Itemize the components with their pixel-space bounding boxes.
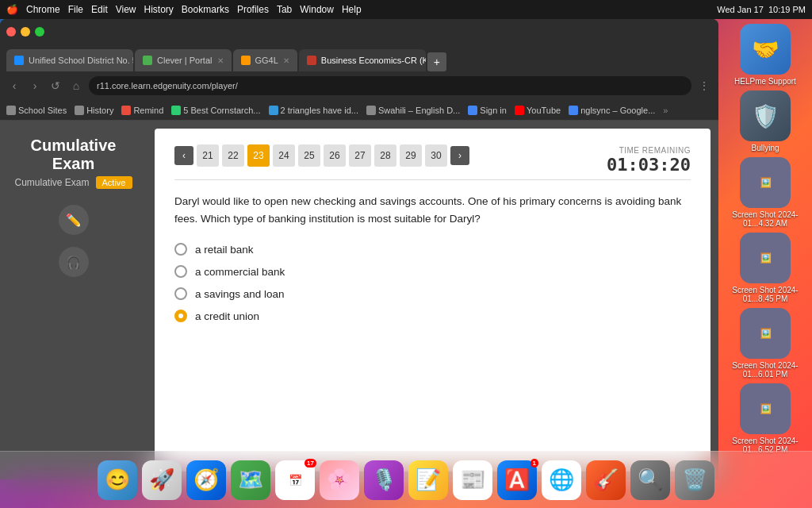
answer-option-a[interactable]: a retail bank [174,243,691,256]
bookmark-history[interactable]: History [75,106,113,115]
desktop-icon-helpme[interactable]: 🤝 HELPme Support [726,24,805,86]
radio-a[interactable] [174,243,187,256]
dock-trash[interactable]: 🗑️ [675,460,714,500]
bookmark-nglsync[interactable]: nglsync – Google... [569,106,655,115]
q-num-27[interactable]: 27 [349,144,371,167]
time-label: TIME REMAINING [607,146,691,155]
dock-maps[interactable]: 🗺️ [231,460,270,500]
prev-question-button[interactable]: ‹ [174,146,193,165]
answer-label-a: a retail bank [195,244,254,256]
bookmark-swahili[interactable]: Swahili – English D... [366,106,460,115]
menu-chrome[interactable]: Chrome [26,4,60,15]
q-num-21[interactable]: 21 [197,144,219,167]
menu-history[interactable]: History [144,4,174,15]
apple-menu[interactable]: 🍎 [6,4,18,15]
q-num-29[interactable]: 29 [400,144,422,167]
next-question-button[interactable]: › [450,146,469,165]
exam-subtitle: Cumulative Exam [15,177,90,188]
q-num-24[interactable]: 24 [273,144,295,167]
desktop-icon-bullying[interactable]: 🛡️ Bullying [726,90,805,152]
tab-gg4l[interactable]: GG4L ✕ [233,49,297,71]
dock-calendar[interactable]: 📅 17 [275,460,315,500]
q-num-26[interactable]: 26 [324,144,346,167]
q-num-22[interactable]: 22 [222,144,244,167]
menu-tab[interactable]: Tab [277,4,292,15]
bookmark-triangles[interactable]: 2 triangles have id... [269,106,358,115]
tab-clever[interactable]: Clever | Portal ✕ [135,49,232,71]
menu-bookmarks[interactable]: Bookmarks [182,4,229,15]
dock-launchpad[interactable]: 🚀 [142,460,182,500]
menu-edit[interactable]: Edit [91,4,108,15]
desktop-icon-screenshot3[interactable]: 🖼️ Screen Shot 2024-01...6.01 PM [726,308,805,379]
q-num-23[interactable]: 23 [247,144,270,167]
time-value: 01:03:20 [607,155,691,175]
answer-label-d: a credit union [195,310,259,322]
dock-appstore[interactable]: 🅰️ 1 [497,460,537,500]
menu-window[interactable]: Window [300,4,334,15]
dock-safari[interactable]: 🧭 [186,460,226,500]
browser-window: Unified School District No. 5... ✕ Cleve… [0,19,718,479]
bookmark-remind[interactable]: Remind [121,106,163,115]
radio-b[interactable] [174,265,187,278]
desktop-icon-helpme-label: HELPme Support [734,77,796,86]
bookmark-youtube[interactable]: YouTube [515,106,561,115]
desktop-icon-screenshot2-label: Screen Shot 2024-01...8.45 PM [726,286,805,303]
desktop-icon-screenshot2[interactable]: 🖼️ Screen Shot 2024-01...8.45 PM [726,233,805,303]
maximize-button[interactable] [35,27,44,37]
tab-school-district[interactable]: Unified School District No. 5... ✕ [6,49,133,71]
left-sidebar: Cumulative Exam Cumulative Exam Active ✏… [0,121,147,479]
new-tab-button[interactable]: + [427,52,446,71]
dock-garageband[interactable]: 🎸 [586,460,626,500]
forward-button[interactable]: › [27,78,43,94]
dock-preview[interactable]: 🔍 [630,460,670,500]
q-num-30[interactable]: 30 [425,144,447,167]
menu-help[interactable]: Help [342,4,362,15]
close-button[interactable] [6,27,16,37]
url-input[interactable]: r11.core.learn.edgenuity.com/player/ [89,76,691,95]
answer-option-d[interactable]: a credit union [174,310,691,322]
q-num-25[interactable]: 25 [298,144,320,167]
radio-d[interactable] [174,310,187,322]
menu-bar: 🍎 Chrome File Edit View History Bookmark… [0,0,812,19]
bookmark-school-sites[interactable]: School Sites [6,106,67,115]
dock-chrome[interactable]: 🌐 [542,460,581,500]
radio-c[interactable] [174,287,187,300]
dock-notes[interactable]: 📝 [408,460,448,500]
active-badge: Active [96,176,132,189]
answer-label-c: a savings and loan [195,288,285,300]
close-tab-3[interactable]: ✕ [283,56,289,65]
pencil-icon-button[interactable]: ✏️ [59,205,89,235]
bookmark-cornstarch[interactable]: 5 Best Cornstarch... [171,106,260,115]
url-text: r11.core.learn.edgenuity.com/player/ [97,81,238,90]
exam-title: Cumulative Exam [8,137,139,173]
answer-option-c[interactable]: a savings and loan [174,287,691,300]
q-num-28[interactable]: 28 [374,144,396,167]
question-panel: ‹ 21 22 23 24 25 26 27 28 29 30 › TIME R… [155,129,710,471]
dock-podcasts[interactable]: 🎙️ [364,460,404,500]
bookmark-signin[interactable]: Sign in [468,106,507,115]
minimize-button[interactable] [21,27,30,37]
reload-button[interactable]: ↺ [48,78,63,94]
home-button[interactable]: ⌂ [68,78,84,94]
extensions-button[interactable]: ⋮ [696,78,712,94]
desktop-icon-screenshot4[interactable]: 🖼️ Screen Shot 2024-01...6.52 PM [726,383,805,454]
more-bookmarks[interactable]: » [663,106,668,115]
dock-news[interactable]: 📰 [453,460,492,500]
menu-bar-right: Wed Jan 17 10:19 PM [717,0,806,19]
menu-bar-left: 🍎 Chrome File Edit View History Bookmark… [6,4,362,15]
back-button[interactable]: ‹ [6,78,22,94]
dock-photos[interactable]: 🌸 [320,460,359,500]
headphones-icon-button[interactable]: 🎧 [59,247,89,277]
menu-profiles[interactable]: Profiles [237,4,269,15]
answer-option-b[interactable]: a commercial bank [174,265,691,278]
dock-finder[interactable]: 😊 [98,460,137,500]
menu-datetime: Wed Jan 17 10:19 PM [717,5,806,14]
menu-file[interactable]: File [68,4,83,15]
menu-view[interactable]: View [116,4,136,15]
answer-label-b: a commercial bank [195,266,285,278]
close-tab-2[interactable]: ✕ [217,56,224,65]
dock: 😊 🚀 🧭 🗺️ 📅 17 🌸 🎙️ 📝 📰 🅰️ 1 🌐 🎸 🔍 🗑️ [0,451,812,508]
tab-business-econ[interactable]: Business Economics-CR (KC... ✕ [299,49,426,71]
desktop-icon-screenshot1[interactable]: 🖼️ Screen Shot 2024-01...4.32 AM [726,157,805,228]
question-nav-row: ‹ 21 22 23 24 25 26 27 28 29 30 › TIME R… [174,144,691,176]
